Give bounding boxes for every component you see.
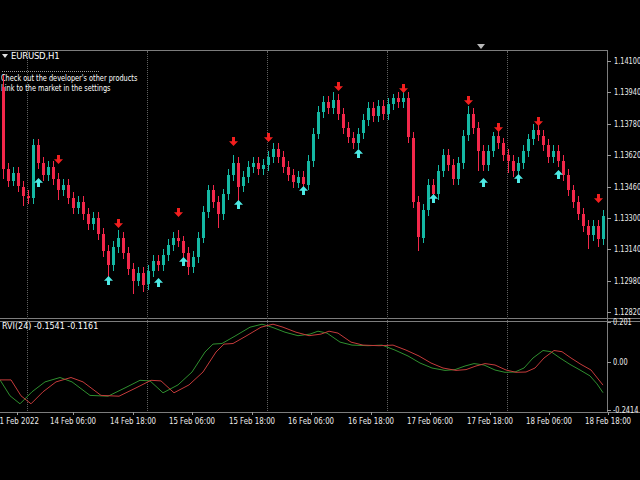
candle-body: [297, 177, 300, 183]
candle-body: [407, 98, 410, 137]
price-tick-label: 1.13620: [614, 151, 640, 160]
sell-arrow-icon: [464, 96, 473, 105]
price-tick-label: 1.13460: [614, 183, 640, 192]
candle-body: [442, 155, 445, 171]
symbol-timeframe-label[interactable]: EURUSD,H1: [2, 51, 59, 61]
time-tick-label: 16 Feb 18:00: [348, 417, 394, 426]
candle-body: [557, 151, 560, 161]
time-tick-label: 15 Feb 18:00: [229, 417, 275, 426]
candle-body: [102, 234, 105, 252]
candle-body: [207, 190, 210, 212]
plot-right-border: [607, 50, 608, 413]
candle-body: [12, 173, 15, 181]
price-tick: [607, 124, 611, 125]
candle-body: [162, 255, 165, 265]
rvi-main-line: [0, 324, 603, 404]
candle-body: [532, 130, 535, 140]
time-tick-label: 18 Feb 06:00: [526, 417, 572, 426]
time-tick-label: 14 Feb 18:00: [110, 417, 156, 426]
candle-body: [142, 273, 145, 285]
candle-body: [292, 175, 295, 183]
candle-body: [302, 177, 305, 185]
candle-body: [147, 271, 150, 285]
candle-body: [497, 136, 500, 144]
candle-body: [237, 163, 240, 187]
candle-body: [137, 273, 140, 281]
candle-body: [402, 98, 405, 102]
candle-body: [572, 190, 575, 202]
candle-body: [447, 155, 450, 165]
candle-body: [462, 136, 465, 164]
sell-arrow-icon: [594, 194, 603, 203]
candle-body: [197, 238, 200, 258]
candle-body: [467, 114, 470, 136]
price-tick-label: 1.12820: [614, 308, 640, 317]
buy-arrow-icon: [354, 149, 363, 158]
candle-body: [157, 261, 160, 265]
candle-body: [222, 194, 225, 214]
candle-body: [487, 151, 490, 165]
candle-body: [422, 210, 425, 238]
candle-body: [457, 163, 460, 179]
indicator-tick: [607, 362, 611, 363]
time-tick-label: 17 Feb 18:00: [467, 417, 513, 426]
time-tick: [430, 412, 431, 415]
object-anchor-icon[interactable]: [477, 44, 485, 49]
sell-arrow-icon: [494, 123, 503, 132]
buy-arrow-icon: [479, 178, 488, 187]
buy-arrow-icon: [234, 200, 243, 209]
candle-body: [437, 171, 440, 195]
candle-body: [52, 167, 55, 179]
sell-arrow-icon: [54, 155, 63, 164]
candle-body: [192, 257, 195, 267]
chart-stage: EURUSD,H1 Check out the developer's othe…: [0, 0, 640, 480]
candle-body: [252, 163, 255, 167]
price-tick: [607, 92, 611, 93]
candle-body: [112, 247, 115, 265]
candle-body: [117, 238, 120, 248]
buy-arrow-icon: [299, 186, 308, 195]
time-tick: [608, 412, 609, 415]
candle-body: [107, 251, 110, 265]
candle-body: [182, 241, 185, 253]
developer-note-line1: Check out the developer's other products: [1, 74, 137, 84]
candle-body: [62, 185, 65, 191]
candle-body: [242, 177, 245, 187]
time-tick: [17, 412, 18, 415]
sell-arrow-icon: [399, 84, 408, 93]
candle-body: [587, 226, 590, 236]
candle-body: [342, 114, 345, 128]
candle-body: [167, 245, 170, 255]
candle-body: [322, 102, 325, 112]
candle-body: [272, 149, 275, 157]
time-tick: [490, 412, 491, 415]
main-pane-top-border: [0, 50, 608, 51]
candle-body: [42, 163, 45, 175]
time-tick: [252, 412, 253, 415]
buy-arrow-icon: [429, 194, 438, 203]
price-tick-label: 1.13780: [614, 120, 640, 129]
price-tick-label: 1.14100: [614, 57, 640, 66]
candle-body: [37, 145, 40, 163]
candle-body: [122, 238, 125, 254]
candle-body: [262, 165, 265, 169]
candle-body: [522, 151, 525, 163]
time-tick-label: 16 Feb 06:00: [288, 417, 334, 426]
rvi-indicator-plot: [0, 321, 607, 412]
candle-body: [67, 185, 70, 199]
sell-arrow-icon: [334, 82, 343, 91]
candle-body: [517, 163, 520, 171]
candle-body: [2, 87, 5, 169]
candle-body: [397, 98, 400, 102]
price-tick-label: 1.13140: [614, 245, 640, 254]
sell-arrow-icon: [229, 137, 238, 146]
candle-body: [502, 143, 505, 155]
pane-separator-top[interactable]: [0, 318, 640, 319]
candle-body: [507, 155, 510, 161]
candle-body: [247, 167, 250, 177]
time-tick: [371, 412, 372, 415]
candle-body: [337, 100, 340, 114]
candle-body: [602, 216, 605, 240]
candle-body: [307, 161, 310, 185]
price-tick: [607, 218, 611, 219]
